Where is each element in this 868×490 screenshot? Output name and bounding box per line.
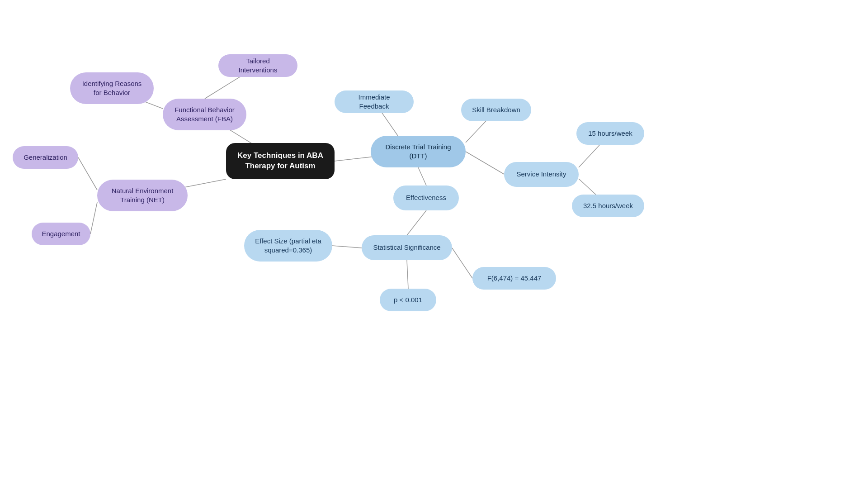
- center-node: Key Techniques in ABA Therapy for Autism: [226, 143, 335, 179]
- identifying-node: Identifying Reasons for Behavior: [70, 72, 154, 104]
- p-value-node: p < 0.001: [380, 289, 436, 311]
- effect-size-node: Effect Size (partial eta squared=0.365): [244, 230, 332, 262]
- immediate-feedback-node: Immediate Feedback: [335, 90, 414, 113]
- hours-325-node: 32.5 hours/week: [572, 195, 644, 217]
- dtt-node: Discrete Trial Training (DTT): [371, 136, 466, 167]
- effectiveness-node: Effectiveness: [393, 186, 459, 210]
- svg-line-15: [452, 248, 472, 278]
- svg-line-13: [407, 210, 426, 235]
- statistical-significance-node: Statistical Significance: [362, 235, 452, 260]
- fba-node: Functional Behavior Assessment (FBA): [163, 99, 246, 130]
- engagement-node: Engagement: [32, 223, 90, 245]
- tailored-node: Tailored Interventions: [218, 54, 297, 77]
- svg-line-5: [90, 202, 97, 234]
- svg-line-16: [407, 260, 408, 289]
- svg-line-14: [332, 246, 362, 248]
- svg-line-4: [78, 157, 97, 190]
- generalization-node: Generalization: [13, 146, 78, 169]
- svg-line-9: [466, 152, 504, 174]
- net-node: Natural Environment Training (NET): [97, 180, 188, 211]
- svg-line-12: [418, 167, 426, 186]
- hours-15-node: 15 hours/week: [576, 122, 644, 145]
- service-intensity-node: Service Intensity: [504, 162, 579, 187]
- f-value-node: F(6,474) = 45.447: [472, 267, 556, 290]
- skill-breakdown-node: Skill Breakdown: [461, 99, 531, 121]
